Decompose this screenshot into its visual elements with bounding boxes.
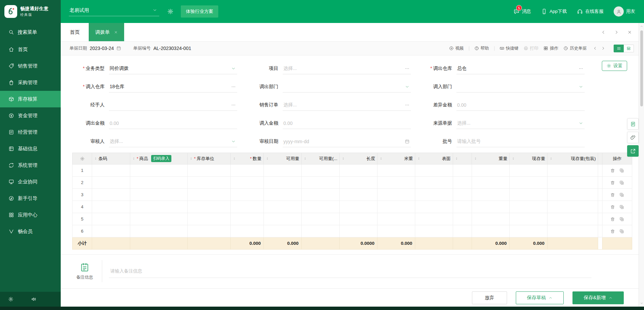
copy-row-icon[interactable] [619,217,624,222]
cell-meter-weight[interactable] [377,201,415,213]
cell-surface[interactable] [415,213,453,225]
cell-quantity[interactable] [231,213,264,225]
cell-available[interactable] [264,177,302,189]
calendar-icon[interactable] [405,139,410,144]
sort-icon[interactable] [512,156,515,161]
cell-stock-unit[interactable] [188,164,231,177]
delete-row-icon[interactable] [610,217,615,222]
video-button[interactable]: 视频 [449,46,464,51]
review-date-input[interactable]: yyyy-mm-dd [283,136,411,147]
batch-no-input[interactable]: 请输入批号 [456,136,585,147]
online-service-button[interactable]: 在线客服 [577,8,604,15]
cell-available-pkg[interactable] [302,213,340,225]
attachment-button[interactable] [627,132,639,143]
cell-stock-unit[interactable] [188,189,231,201]
col-weight-header[interactable]: 重量 [472,153,510,164]
chevron-down-icon[interactable] [405,84,410,89]
next-record-icon[interactable] [601,46,605,50]
trial-plan-button[interactable]: 体验行业方案 [181,5,218,18]
col-length-header[interactable]: 长度 [340,153,377,164]
delete-row-icon[interactable] [610,180,615,185]
cell-weight[interactable] [472,189,510,201]
sort-icon[interactable] [550,156,553,161]
copy-row-icon[interactable] [619,180,624,185]
handler-input[interactable] [109,99,237,111]
cell-on-hand-pkg[interactable] [548,213,598,225]
delete-row-icon[interactable] [610,205,615,209]
form-settings-button[interactable]: 设置 [602,61,627,71]
cell-on-hand[interactable] [510,177,548,189]
cell-quantity[interactable] [231,225,264,237]
chevron-down-icon[interactable] [579,84,583,89]
col-stock-unit-header[interactable]: *库存单位 [188,153,231,164]
cell-extra[interactable] [453,164,472,177]
cell-meter-weight[interactable] [377,164,415,177]
tabs-close-icon[interactable] [627,30,632,34]
delete-row-icon[interactable] [610,192,615,197]
cell-product[interactable] [130,201,188,213]
cell-on-hand[interactable] [510,201,548,213]
difference-amount-input[interactable]: 0.00 [456,99,585,111]
tab-home[interactable]: 首页 [61,23,89,41]
cell-product[interactable] [130,177,188,189]
cell-extra[interactable] [453,213,472,225]
print-button[interactable]: 打印 [524,46,538,51]
in-department-input[interactable] [456,81,585,93]
more-icon[interactable] [405,66,410,71]
cell-available[interactable] [264,213,302,225]
cell-on-hand-pkg[interactable] [548,225,598,237]
cell-length[interactable] [340,177,377,189]
sales-order-input[interactable]: 选择... [283,99,411,111]
sidebar-item-app-center[interactable]: 应用中心 [0,207,61,223]
sound-speaker-icon[interactable] [31,296,36,302]
cell-surface[interactable] [415,164,453,177]
out-amount-input[interactable]: 0.00 [109,118,237,129]
out-department-input[interactable] [283,81,411,93]
in-warehouse-input[interactable]: 18仓库 [109,81,237,93]
cell-available[interactable] [264,201,302,213]
cell-on-hand[interactable] [510,164,548,177]
col-quantity-header[interactable]: *数量 [231,153,264,164]
cell-length[interactable] [340,201,377,213]
cell-barcode[interactable] [92,177,130,189]
cell-quantity[interactable] [231,164,264,177]
out-warehouse-input[interactable]: 总仓 [456,63,585,74]
cell-surface[interactable] [415,177,453,189]
cell-quantity[interactable] [231,201,264,213]
reviewer-input[interactable]: 选择... [109,136,237,147]
col-extra-header[interactable] [453,153,472,164]
sidebar-item-operations[interactable]: 经营管理 [0,124,61,140]
cell-on-hand-pkg[interactable] [548,164,598,177]
sort-icon[interactable] [455,156,458,161]
help-button[interactable]: 帮助 [474,46,489,51]
cell-barcode[interactable] [92,213,130,225]
prev-record-icon[interactable] [593,46,597,50]
fullscreen-button[interactable] [627,145,639,157]
cell-weight[interactable] [472,177,510,189]
sort-icon[interactable] [266,156,269,161]
more-icon[interactable] [579,66,583,71]
sidebar-search[interactable]: 搜索菜单 [0,23,61,41]
settings-gear-icon[interactable] [8,296,13,302]
col-barcode-header[interactable]: 条码 [92,153,130,164]
cell-stock-unit[interactable] [188,201,231,213]
sidebar-item-funds[interactable]: 资金管理 [0,107,61,124]
notes-input[interactable]: 请输入备注信息 [109,264,591,278]
vertical-scrollbar[interactable] [639,23,644,307]
more-icon[interactable] [231,84,236,89]
chevron-down-icon[interactable] [579,121,583,126]
cell-barcode[interactable] [92,225,130,237]
cell-barcode[interactable] [92,201,130,213]
col-on-hand-pkg-header[interactable]: 现存量(包装) [548,153,598,164]
cell-weight[interactable] [472,213,510,225]
sidebar-item-guide[interactable]: 新手引导 [0,190,61,207]
cell-surface[interactable] [415,201,453,213]
delete-row-icon[interactable] [610,229,615,234]
scan-entry-button[interactable]: 扫码录入 [151,155,171,162]
scroll-down-icon[interactable] [640,302,643,305]
cell-product[interactable] [130,213,188,225]
cell-on-hand[interactable] [510,225,548,237]
copy-row-icon[interactable] [619,229,624,234]
sort-icon[interactable] [132,156,135,161]
hotkeys-button[interactable]: 快捷键 [500,46,519,51]
